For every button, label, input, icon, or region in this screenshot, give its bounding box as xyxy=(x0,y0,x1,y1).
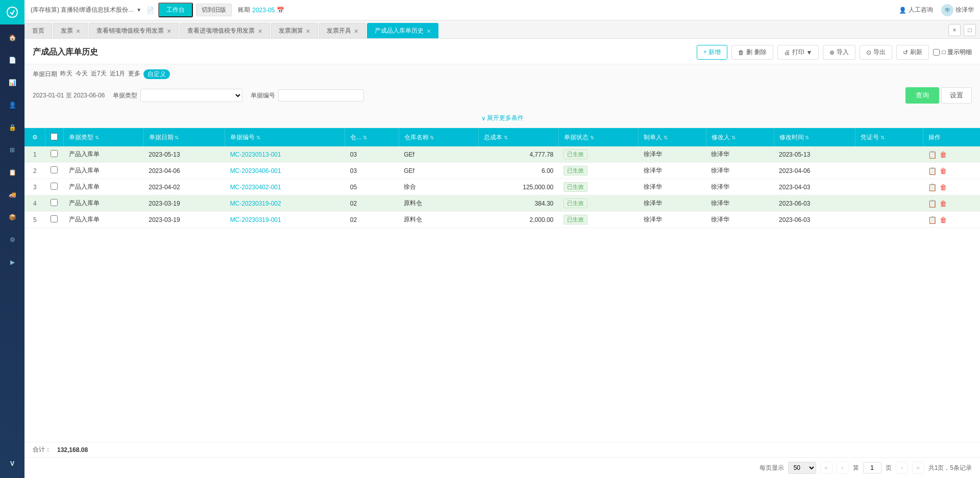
new-button[interactable]: + 新增 xyxy=(697,45,727,60)
query-button[interactable]: 查询 xyxy=(905,87,939,104)
tab-invoice-open[interactable]: 发票开具 × xyxy=(319,23,366,38)
export-button[interactable]: ⊙ 导出 xyxy=(860,45,892,60)
tab-invoice-calc[interactable]: 发票测算 × xyxy=(271,23,318,38)
show-detail-checkbox-label[interactable]: □ 显示明细 xyxy=(933,48,972,57)
th-warehouse-name[interactable]: 仓库名称 xyxy=(399,128,478,146)
sidebar-item-home[interactable]: 🏠 xyxy=(2,28,22,48)
sidebar-item-play[interactable]: ▶ xyxy=(2,252,22,272)
row-checkbox[interactable] xyxy=(51,215,58,222)
date-option-custom[interactable]: 自定义 xyxy=(143,69,170,79)
th-warehouse-code[interactable]: 仓... xyxy=(345,128,399,146)
sidebar-item-chart[interactable]: 📊 xyxy=(2,72,22,93)
row-edit-icon[interactable]: 📋 xyxy=(928,199,937,208)
data-table: ⚙ 单据类型 单据日期 单据编号 仓... 仓库名称 总成本 单据状态 制单人 xyxy=(24,128,980,228)
th-total-cost[interactable]: 总成本 xyxy=(478,128,558,146)
tab-close-all-button[interactable]: × xyxy=(948,24,961,36)
tab-sales-vat-close[interactable]: × xyxy=(167,28,171,35)
th-checkbox[interactable] xyxy=(45,128,64,146)
row-checkbox[interactable] xyxy=(51,199,58,206)
sidebar-item-grid[interactable]: ⊞ xyxy=(2,140,22,160)
row-number-link[interactable]: MC-20230402-001 xyxy=(230,184,281,191)
th-type[interactable]: 单据类型 xyxy=(64,128,144,146)
import-button[interactable]: ⊕ 导入 xyxy=(823,45,855,60)
row-warehouse-code: 03 xyxy=(345,146,399,163)
row-delete-icon[interactable]: 🗑 xyxy=(940,216,947,224)
th-number[interactable]: 单据编号 xyxy=(225,128,345,146)
select-all-checkbox[interactable] xyxy=(51,133,58,140)
th-creator[interactable]: 制单人 xyxy=(639,128,706,146)
number-filter-input[interactable] xyxy=(278,89,364,102)
row-edit-icon[interactable]: 📋 xyxy=(928,183,937,191)
date-option-yesterday[interactable]: 昨天 xyxy=(60,69,72,79)
workspace-button[interactable]: 工作台 xyxy=(158,3,193,17)
row-number-link[interactable]: MC-20230513-001 xyxy=(230,151,281,158)
tab-query-purchase-vat[interactable]: 查看进项增值税专用发票 × xyxy=(180,23,270,38)
th-settings[interactable]: ⚙ xyxy=(24,128,45,146)
date-option-today[interactable]: 今天 xyxy=(76,69,88,79)
date-option-7days[interactable]: 近7天 xyxy=(91,69,107,79)
tab-sales-vat-label: 查看销项增值税专用发票 xyxy=(96,27,164,35)
row-number-link[interactable]: MC-20230319-002 xyxy=(230,200,281,207)
row-number-link[interactable]: MC-20230406-001 xyxy=(230,167,281,174)
per-page-label: 每页显示 xyxy=(760,464,784,472)
page-content: 产成品入库单历史 + 新增 🗑 删 删除 🖨 打印 ▼ ⊕ 导入 ⊙ xyxy=(24,39,980,478)
row-creator: 徐泽华 xyxy=(639,179,706,195)
set-button[interactable]: 设置 xyxy=(941,87,972,104)
delete-button[interactable]: 🗑 删 删除 xyxy=(731,45,773,60)
row-checkbox-cell xyxy=(45,195,64,212)
user-menu[interactable]: 华 徐泽华 xyxy=(941,4,974,16)
row-number-link[interactable]: MC-20230319-001 xyxy=(230,216,281,223)
helper-button[interactable]: 👤 人工咨询 xyxy=(899,6,933,14)
sidebar-item-person[interactable]: 👤 xyxy=(2,95,22,115)
print-button[interactable]: 🖨 打印 ▼ xyxy=(777,45,819,60)
next-page-button[interactable]: › xyxy=(896,462,908,474)
sidebar-item-document[interactable]: 📄 xyxy=(2,50,22,70)
tab-invoices-close[interactable]: × xyxy=(76,28,80,35)
sidebar-item-box[interactable]: 📦 xyxy=(2,207,22,228)
last-page-button[interactable]: » xyxy=(912,462,924,474)
show-detail-checkbox[interactable] xyxy=(933,49,940,56)
row-checkbox[interactable] xyxy=(51,150,58,157)
per-page-select[interactable]: 10 20 50 100 xyxy=(788,462,816,474)
tab-invoice-open-close[interactable]: × xyxy=(354,28,358,35)
row-delete-icon[interactable]: 🗑 xyxy=(940,183,947,191)
th-voucher[interactable]: 凭证号 xyxy=(855,128,923,146)
tab-expand-button[interactable]: □ xyxy=(964,24,976,36)
tab-product-inbound[interactable]: 产成品入库单历史 × xyxy=(367,23,438,38)
sidebar-item-lock[interactable]: 🔒 xyxy=(2,117,22,138)
tabbar-actions: × □ xyxy=(948,24,980,38)
row-checkbox[interactable] xyxy=(51,166,58,173)
refresh-button[interactable]: ↺ 刷新 xyxy=(896,45,929,60)
tab-invoice-calc-close[interactable]: × xyxy=(306,28,310,35)
sidebar-item-gear[interactable]: ⚙ xyxy=(2,230,22,250)
th-status[interactable]: 单据状态 xyxy=(558,128,638,146)
date-option-more[interactable]: 更多 xyxy=(128,69,140,79)
row-delete-icon[interactable]: 🗑 xyxy=(940,199,947,208)
switch-version-button[interactable]: 切到旧版 xyxy=(196,4,232,16)
sidebar-item-truck[interactable]: 🚚 xyxy=(2,185,22,205)
row-checkbox[interactable] xyxy=(51,183,58,190)
prev-page-button[interactable]: ‹ xyxy=(837,462,849,474)
first-page-button[interactable]: « xyxy=(820,462,832,474)
tab-home[interactable]: 首页 xyxy=(24,23,52,38)
row-delete-icon[interactable]: 🗑 xyxy=(940,150,947,159)
date-option-1month[interactable]: 近1月 xyxy=(110,69,126,79)
row-edit-icon[interactable]: 📋 xyxy=(928,167,937,175)
tab-product-inbound-close[interactable]: × xyxy=(427,28,431,35)
sidebar-item-v[interactable]: V xyxy=(2,454,22,474)
row-modify-time: 2023-06-03 xyxy=(774,195,855,212)
th-date[interactable]: 单据日期 xyxy=(143,128,225,146)
row-delete-icon[interactable]: 🗑 xyxy=(940,167,947,175)
expand-filter-button[interactable]: ∨ 展开更多条件 xyxy=(481,114,524,122)
row-edit-icon[interactable]: 📋 xyxy=(928,216,937,224)
page-number-input[interactable] xyxy=(863,462,881,473)
tab-purchase-vat-close[interactable]: × xyxy=(258,28,262,35)
sidebar-item-clipboard[interactable]: 📋 xyxy=(2,162,22,183)
th-modifier[interactable]: 修改人 xyxy=(706,128,774,146)
tab-query-sales-vat[interactable]: 查看销项增值税专用发票 × xyxy=(89,23,179,38)
type-filter-select[interactable] xyxy=(140,89,242,102)
tab-invoices[interactable]: 发票 × xyxy=(53,23,88,38)
row-edit-icon[interactable]: 📋 xyxy=(928,150,937,159)
th-modify-time[interactable]: 修改时间 xyxy=(774,128,855,146)
settings-gear-icon[interactable]: ⚙ xyxy=(30,132,40,142)
